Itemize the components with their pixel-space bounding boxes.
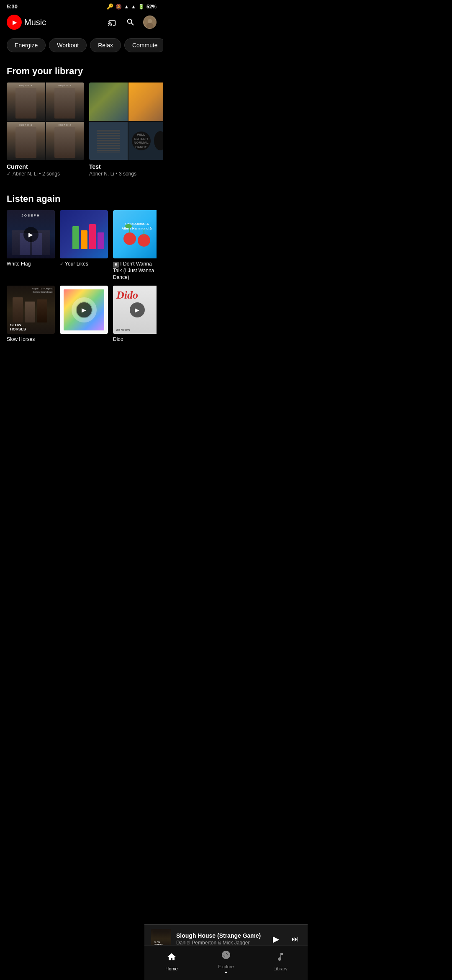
la-thumb-slow-horses: Apple TV+ OriginalSeries Soundtrack SLOW… [7,286,55,334]
bar-1 [64,235,71,249]
bar-4 [89,224,96,249]
signal-icon: ▲ [131,4,136,10]
chip-relax[interactable]: Relax [90,38,121,52]
user-avatar[interactable] [143,15,157,29]
app-header: Music [0,11,163,35]
play-overlay-white-flag[interactable]: ▶ [23,227,39,242]
la-item-title-dido: Dido [113,336,157,343]
library-row: Current ✓ Abner N. Li • 2 songs WILLBUTL… [0,83,163,177]
la-item-title-dont-wanna-talk: E I Don't Wanna Talk (I Just Wanna Dance… [113,261,157,281]
la-item-title-your-likes: ✓ Your Likes [60,261,108,268]
la-item-dont-wanna-talk[interactable]: Child Animal &Albert Hammond Jr [113,210,157,281]
bars-visual [64,220,104,249]
key-icon: 🔑 [107,3,113,10]
mute-icon: 🔕 [116,4,122,10]
test-cell-2 [128,83,164,121]
library-item-sub-current: ✓ Abner N. Li • 2 songs [7,171,84,177]
eupohria-cell-2 [46,83,85,121]
logo-area: Music [7,15,106,30]
battery-percent: 52% [146,4,157,10]
la-thumb-your-likes [60,210,108,258]
test-cell-1 [89,83,128,121]
la-thumb-dont-wanna-talk: Child Animal &Albert Hammond Jr [113,210,157,258]
la-item-your-likes[interactable]: ✓ Your Likes [60,210,108,281]
cherry-art-container: Child Animal &Albert Hammond Jr [113,210,157,258]
la-item-colorful[interactable]: ▶ [60,286,108,343]
la-item-title-white-flag: White Flag [7,261,55,268]
library-item-title-current: Current [7,163,84,170]
slow-horses-title-art: SLOWHORSES [10,323,26,332]
from-library-title: From your library [0,66,163,83]
bar-5 [98,232,104,249]
play-overlay-dido[interactable]: ▶ [130,302,145,317]
explicit-badge: E [113,262,119,268]
svg-point-1 [148,19,152,23]
listen-again-rows: ▶ White Flag [0,210,163,343]
youtube-music-logo [7,15,22,30]
library-thumb-test: WILLBUTLERNORMALHENRY [89,83,163,160]
eupohria-cell-3 [7,122,45,160]
wifi-icon: ▲ [124,4,129,10]
header-actions [106,15,157,29]
eupohria-cell-1 [7,83,45,121]
mood-chips-container: Energize Workout Relax Commute Fo... [0,35,163,59]
slow-horses-art: Apple TV+ OriginalSeries Soundtrack SLOW… [7,286,55,334]
time-display: 5:30 [7,3,18,10]
listen-again-title: Listen again [0,193,163,210]
battery-icon: 🔋 [138,4,144,10]
la-thumb-white-flag: ▶ [7,210,55,258]
la-item-white-flag[interactable]: ▶ White Flag [7,210,55,281]
status-bar: 5:30 🔑 🔕 ▲ ▲ 🔋 52% [0,0,163,11]
chip-workout[interactable]: Workout [49,38,87,52]
la-thumb-dido: Dido life for rent ▶ [113,286,157,334]
your-likes-art [60,210,108,258]
listen-again-section: Listen again ▶ White Flag [0,187,163,346]
eupohria-cell-4 [46,122,85,160]
listen-again-row-2: Apple TV+ OriginalSeries Soundtrack SLOW… [7,286,157,343]
verified-icon-current: ✓ [7,171,11,177]
bar-3 [81,230,87,249]
la-item-title-slow-horses: Slow Horses [7,336,55,343]
listen-again-row-1: ▶ White Flag [7,210,157,281]
la-thumb-colorful: ▶ [60,286,108,334]
library-item-current[interactable]: Current ✓ Abner N. Li • 2 songs [7,83,84,177]
library-item-title-test: Test [89,163,163,170]
chip-commute[interactable]: Commute [124,38,163,52]
library-item-test[interactable]: WILLBUTLERNORMALHENRY Test Abner N. Li •… [89,83,163,177]
bar-2 [72,226,79,249]
status-icons: 🔑 🔕 ▲ ▲ 🔋 52% [107,3,157,10]
library-thumb-current [7,83,84,160]
la-item-slow-horses[interactable]: Apple TV+ OriginalSeries Soundtrack SLOW… [7,286,55,343]
cast-button[interactable] [106,16,118,28]
test-cell-3 [89,122,128,160]
la-item-dido[interactable]: Dido life for rent ▶ Dido [113,286,157,343]
verified-your-likes: ✓ [60,261,65,266]
chip-energize[interactable]: Energize [7,38,46,52]
from-library-section: From your library [0,59,163,180]
search-button[interactable] [125,16,136,28]
library-item-sub-test: Abner N. Li • 3 songs [89,171,163,177]
play-overlay-colorful[interactable]: ▶ [77,302,92,317]
test-cell-4: WILLBUTLERNORMALHENRY [128,122,164,160]
app-title: Music [24,18,46,27]
